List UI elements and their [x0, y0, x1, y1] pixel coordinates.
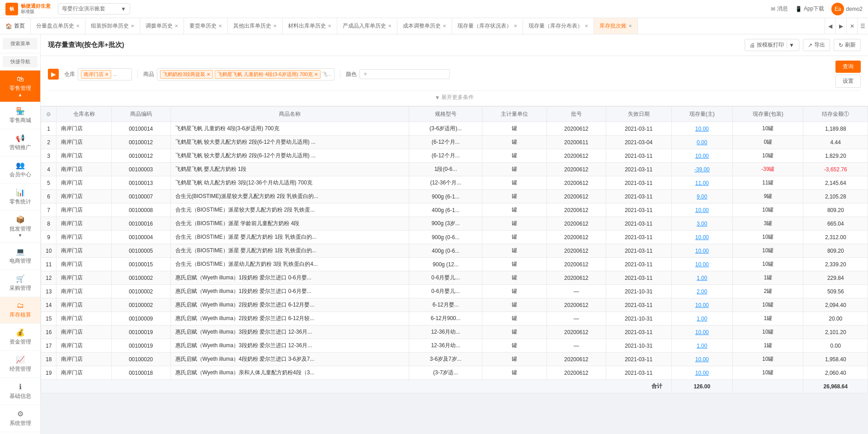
tab-4[interactable]: 要货单历史 ✕: [184, 18, 228, 34]
product-tag-1-close[interactable]: ✕: [207, 72, 210, 77]
query-button[interactable]: 查询: [835, 61, 861, 73]
sidebar-item-ecommerce[interactable]: 💻 电商管理: [0, 243, 40, 270]
print-dropdown-icon[interactable]: ▼: [787, 42, 794, 48]
tab-6-close[interactable]: ✕: [328, 24, 331, 28]
tab-1[interactable]: 分量盘点单历史 ✕: [31, 18, 85, 34]
sidebar-item-wholesale[interactable]: 📦 批发管理 ▼: [0, 211, 40, 243]
expand-more-btn[interactable]: ▼ 展开更多条件: [48, 90, 861, 101]
cell-qty-main[interactable]: 10.00: [671, 244, 732, 258]
cell-qty-main[interactable]: 10.00: [671, 149, 732, 163]
sidebar-item-marketing[interactable]: 📢 营销推广: [0, 129, 40, 156]
sidebar-item-member[interactable]: 👥 会员中心: [0, 156, 40, 184]
tab-6[interactable]: 材料出库单历史 ✕: [283, 18, 337, 34]
cell-qty-main[interactable]: 10.00: [671, 258, 732, 271]
message-btn[interactable]: ✉ 消息: [771, 5, 788, 13]
tab-8-close[interactable]: ✕: [443, 24, 446, 28]
nav-next[interactable]: ▶: [835, 18, 846, 34]
search-menu-button[interactable]: 搜索菜单: [3, 38, 38, 49]
cell-qty-main[interactable]: 0.00: [671, 136, 732, 149]
tab-7[interactable]: 产成品入库单历史 ✕: [337, 18, 397, 34]
cell-name: 惠氏启赋（Wyeth illuma）2段奶粉 爱尔兰进口 6-12月较...: [170, 312, 409, 326]
cell-spec: (3-7岁适...: [409, 366, 482, 380]
tab-4-close[interactable]: ✕: [218, 24, 222, 28]
color-tag-group[interactable]: ▼: [359, 69, 450, 79]
settings-icon[interactable]: ⚙: [46, 111, 51, 118]
user-area[interactable]: Ea demo2: [831, 3, 863, 15]
cell-batch: 20200612: [547, 122, 606, 136]
warehouse-more[interactable]: ...: [113, 71, 117, 77]
tab-8[interactable]: 成本调整单历史 ✕: [397, 18, 452, 34]
cell-qty-main[interactable]: 10.00: [671, 353, 732, 366]
cell-qty-main[interactable]: 10.00: [671, 298, 732, 312]
cell-qty-main[interactable]: 10.00: [671, 366, 732, 380]
cell-qty-main[interactable]: 3.00: [671, 217, 732, 231]
app-download-btn[interactable]: 📱 App下载: [795, 5, 824, 13]
cell-qty-main[interactable]: 1.00: [671, 312, 732, 326]
nav-close-all[interactable]: ✕: [846, 18, 857, 34]
table-row: 13 南岸门店 00100002 惠氏启赋（Wyeth illuma）1段奶粉 …: [41, 285, 868, 298]
cell-qty-main[interactable]: 10.00: [671, 326, 732, 339]
tab-10-close[interactable]: ✕: [585, 24, 588, 28]
cell-qty-main[interactable]: 11.00: [671, 176, 732, 190]
sidebar-item-label-ecommerce: 电商管理: [3, 257, 38, 265]
cell-expire: 2021-03-11: [606, 366, 671, 380]
cell-amount: 809.20: [803, 244, 868, 258]
tab-3[interactable]: 调拨单历史 ✕: [140, 18, 184, 34]
tab-1-close[interactable]: ✕: [76, 24, 80, 28]
sidebar-item-retail-stats[interactable]: 📊 零售统计: [0, 184, 40, 211]
tab-10[interactable]: 现存量（库存分布表） ✕: [523, 18, 594, 34]
sidebar-item-operations[interactable]: 📈 经营管理: [0, 351, 40, 378]
cell-qty-main[interactable]: 10.00: [671, 122, 732, 136]
product-tag-2-close[interactable]: ✕: [314, 72, 318, 77]
nav-prev[interactable]: ◀: [825, 18, 835, 34]
sidebar-item-finance[interactable]: 💰 资金管理: [0, 324, 40, 351]
cell-batch: 20200612: [547, 203, 606, 217]
sidebar-item-inventory[interactable]: 🗂 库存核算: [0, 297, 40, 324]
cell-batch: 20200612: [547, 217, 606, 231]
tab-2-close[interactable]: ✕: [131, 24, 134, 28]
tab-home[interactable]: 🏠 首页: [0, 18, 31, 34]
nav-menu[interactable]: ☰: [857, 18, 868, 34]
message-icon: ✉: [771, 6, 775, 12]
settings-button[interactable]: 设置: [835, 75, 861, 88]
print-button[interactable]: 🖨 按模板打印 ▼: [745, 39, 799, 51]
cell-qty-main[interactable]: 1.00: [671, 271, 732, 285]
cell-qty-main[interactable]: 10.00: [671, 203, 732, 217]
tab-5-close[interactable]: ✕: [273, 24, 277, 28]
cell-qty-main[interactable]: 10.00: [671, 231, 732, 244]
product-more[interactable]: 飞...: [322, 71, 331, 78]
sidebar-item-system[interactable]: ⚙ 系统管理: [0, 405, 40, 432]
tab-11-close[interactable]: ✕: [628, 24, 632, 28]
cell-spec: (6-12个月...: [409, 149, 482, 163]
filter-row: ▶ 仓库 南岸门店 ✕ ... 商品: [48, 61, 861, 88]
cell-unit: 罐: [482, 271, 547, 285]
industry-select[interactable]: 母婴行业演示账套 ▼: [58, 3, 130, 14]
cell-qty-main[interactable]: 2.00: [671, 285, 732, 298]
tab-7-close[interactable]: ✕: [388, 24, 392, 28]
ecommerce-icon: 💻: [3, 247, 38, 256]
sidebar-item-purchase[interactable]: 🛒 采购管理: [0, 270, 40, 297]
cell-spec: 900g (3岁...: [409, 217, 482, 231]
tab-11-active[interactable]: 库存批次账 ✕: [594, 18, 638, 34]
filter-expand-toggle[interactable]: ▶: [48, 69, 59, 80]
warehouse-tag-group[interactable]: 南岸门店 ✕ ...: [78, 68, 132, 80]
cell-warehouse: 南岸门店: [57, 136, 111, 149]
tab-2[interactable]: 组装拆卸单历史 ✕: [85, 18, 140, 34]
tab-9[interactable]: 现存量（库存状况表） ✕: [452, 18, 523, 34]
cell-qty-main[interactable]: -39.00: [671, 163, 732, 176]
sidebar-item-basic-info[interactable]: ℹ 基础信息: [0, 378, 40, 405]
tab-9-close[interactable]: ✕: [514, 24, 517, 28]
cell-spec: 400g (0-6...: [409, 244, 482, 258]
sidebar-item-collab[interactable]: 🤝 企业协同: [0, 432, 40, 434]
tab-5[interactable]: 其他出库单历史 ✕: [228, 18, 283, 34]
tab-3-close[interactable]: ✕: [175, 24, 178, 28]
cell-qty-main[interactable]: 1.00: [671, 339, 732, 353]
product-tag-group[interactable]: 飞鹤奶粉3段两提装 ✕ 飞鹤星飞帆 儿童奶粉 4段(3-6岁适用) 700克 ✕…: [157, 68, 335, 80]
quick-nav-button[interactable]: 快捷导航: [3, 56, 38, 67]
sidebar-item-retail-mgmt[interactable]: 🛍 零售管理 ▲: [0, 71, 40, 102]
cell-qty-main[interactable]: 9.00: [671, 190, 732, 203]
refresh-button[interactable]: ↻ 刷新: [834, 39, 861, 51]
warehouse-tag-close[interactable]: ✕: [105, 72, 108, 77]
export-button[interactable]: ↗ 导出: [803, 39, 830, 51]
sidebar-item-retail-shop[interactable]: 🏪 零售商城: [0, 102, 40, 129]
